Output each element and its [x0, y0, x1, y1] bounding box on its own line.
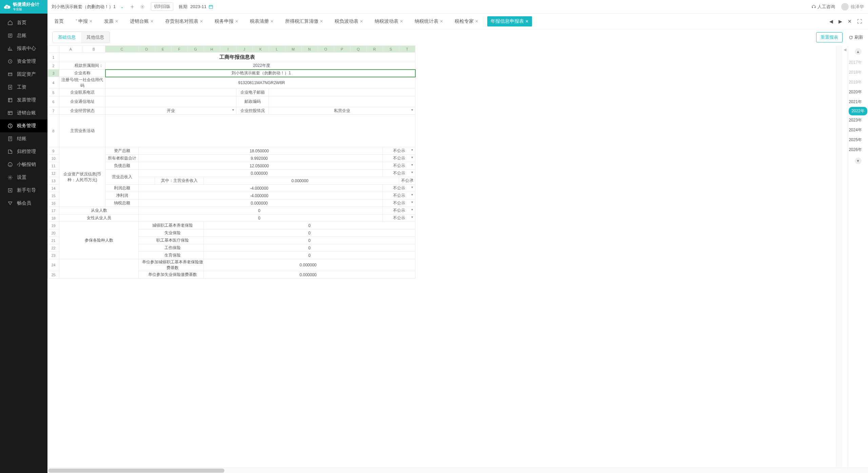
col-header[interactable]: L [269, 46, 285, 53]
nav-item-14[interactable]: 畅会员 [0, 197, 47, 210]
tab-close-icon[interactable]: ✕ [89, 19, 93, 24]
nav-item-1[interactable]: 总账 [0, 29, 47, 42]
col-header[interactable]: R [367, 46, 383, 53]
row-header[interactable]: 3 [48, 70, 59, 77]
spreadsheet[interactable]: ABCDEFGHIJKLMNOPQRST1工商年报信息表2税款所属期间：2022… [47, 45, 836, 468]
dropdown-cell[interactable]: 不公示 [383, 162, 415, 170]
add-account-icon[interactable] [130, 4, 135, 9]
tab-1[interactable]: ˅申报✕ [73, 18, 95, 24]
year-option[interactable]: 2025年 [849, 135, 867, 145]
user-menu[interactable]: 徐泽华 [841, 3, 864, 11]
row-header[interactable]: 9 [48, 147, 59, 155]
vertical-scrollbar[interactable] [836, 45, 842, 468]
row-header[interactable]: 6 [48, 96, 59, 107]
col-header[interactable]: M [285, 46, 301, 53]
row-header[interactable]: 19 [48, 222, 59, 229]
calendar-icon[interactable] [209, 4, 213, 9]
row-header[interactable]: 2 [48, 62, 59, 70]
dropdown-cell[interactable]: 不公示 [383, 147, 415, 155]
year-option[interactable]: 2021年 [849, 97, 867, 107]
col-header[interactable]: I [220, 46, 236, 53]
nav-item-6[interactable]: 发票管理 [0, 94, 47, 107]
col-header[interactable]: S [383, 46, 399, 53]
tab-close-icon[interactable]: ✕ [320, 19, 323, 24]
row-header[interactable]: 13 [48, 177, 59, 185]
fullscreen-icon[interactable]: ⛶ [854, 19, 865, 24]
col-header[interactable]: G [188, 46, 204, 53]
cell-value[interactable]: 91320811MA7NGR2W6R [105, 77, 415, 89]
tab-close-icon[interactable]: ✕ [115, 19, 118, 24]
col-header[interactable]: E [155, 46, 171, 53]
tab-10[interactable]: 纳税统计表✕ [412, 18, 446, 24]
cell-value[interactable]: 2022年度 [105, 62, 415, 70]
row-header[interactable]: 5 [48, 89, 59, 96]
tab-6[interactable]: 税表清册✕ [247, 18, 276, 24]
nav-item-8[interactable]: 税务管理 [0, 119, 47, 132]
dropdown-cell[interactable]: 开业 [105, 107, 236, 115]
tab-8[interactable]: 税负波动表✕ [332, 18, 366, 24]
switch-old-version-button[interactable]: 切到旧版 [151, 2, 173, 11]
row-header[interactable]: 10 [48, 155, 59, 162]
consult-button[interactable]: 人工咨询 [811, 4, 835, 10]
period-value[interactable]: 2023-11 [190, 4, 206, 9]
nav-item-13[interactable]: 新手引导 [0, 184, 47, 197]
tab-11[interactable]: 税检专家✕ [452, 18, 481, 24]
tab-close-all-icon[interactable]: ✕ [845, 19, 854, 24]
tab-5[interactable]: 税务申报✕ [212, 18, 241, 24]
row-header[interactable]: 11 [48, 162, 59, 170]
row-header[interactable]: 20 [48, 229, 59, 237]
nav-item-5[interactable]: 工资 [0, 81, 47, 94]
tab-12[interactable]: 年报信息申报表✕ [487, 16, 532, 26]
year-option[interactable]: 2023年 [849, 115, 867, 125]
subtab-basic[interactable]: 基础信息 [53, 32, 81, 43]
row-header[interactable]: 18 [48, 214, 59, 222]
dropdown-cell[interactable]: 不公示 [383, 170, 415, 177]
nav-item-10[interactable]: 归档管理 [0, 145, 47, 158]
horizontal-scrollbar[interactable] [47, 468, 868, 473]
col-header[interactable]: N [301, 46, 318, 53]
dropdown-cell[interactable]: 不公示 [383, 185, 415, 192]
nav-item-0[interactable]: 首页 [0, 16, 47, 29]
row-header[interactable]: 16 [48, 200, 59, 207]
year-option[interactable]: 2022年 [849, 107, 867, 115]
row-header[interactable]: 17 [48, 207, 59, 214]
col-header[interactable]: P [334, 46, 350, 53]
tab-close-icon[interactable]: ✕ [200, 19, 203, 24]
tab-close-icon[interactable]: ✕ [235, 19, 238, 24]
row-header[interactable]: 1 [48, 53, 59, 62]
tab-close-icon[interactable]: ✕ [440, 19, 443, 24]
year-option[interactable]: 2026年 [849, 145, 867, 155]
tab-close-icon[interactable]: ✕ [360, 19, 363, 24]
subtab-other[interactable]: 其他信息 [81, 32, 110, 43]
col-header[interactable]: C [105, 46, 139, 53]
tab-next-icon[interactable]: ▶ [836, 19, 845, 24]
row-header[interactable]: 22 [48, 244, 59, 252]
col-header[interactable]: F [171, 46, 188, 53]
tab-close-icon[interactable]: ✕ [150, 19, 154, 24]
nav-item-9[interactable]: 结账 [0, 132, 47, 145]
dropdown-cell[interactable]: 不公示 [383, 200, 415, 207]
year-option[interactable]: 2020年 [849, 87, 867, 97]
row-header[interactable]: 7 [48, 107, 59, 115]
dropdown-cell[interactable]: 不公示 [383, 155, 415, 162]
dropdown-cell[interactable]: 不公示 [399, 177, 415, 185]
tab-7[interactable]: 所得税汇算清缴✕ [282, 18, 326, 24]
col-header[interactable]: J [236, 46, 253, 53]
col-header[interactable]: D [139, 46, 155, 53]
tab-2[interactable]: 发票✕ [101, 18, 121, 24]
nav-item-4[interactable]: 固定资产 [0, 68, 47, 81]
reset-report-button[interactable]: 重置报表 [816, 32, 843, 42]
row-header[interactable]: 15 [48, 192, 59, 200]
year-option[interactable]: 2024年 [849, 125, 867, 135]
col-header[interactable]: A [59, 46, 82, 53]
col-header[interactable]: Q [350, 46, 367, 53]
nav-item-7[interactable]: 进销台账 [0, 107, 47, 119]
tab-close-icon[interactable]: ✕ [475, 19, 478, 24]
year-down-icon[interactable]: ▼ [855, 157, 862, 164]
row-header[interactable]: 25 [48, 271, 59, 279]
row-header[interactable]: 4 [48, 77, 59, 89]
tab-3[interactable]: 进销台账✕ [127, 18, 156, 24]
refresh-button[interactable]: 刷新 [849, 34, 863, 40]
col-header[interactable]: O [318, 46, 334, 53]
dropdown-cell[interactable]: 私营企业 [269, 107, 415, 115]
